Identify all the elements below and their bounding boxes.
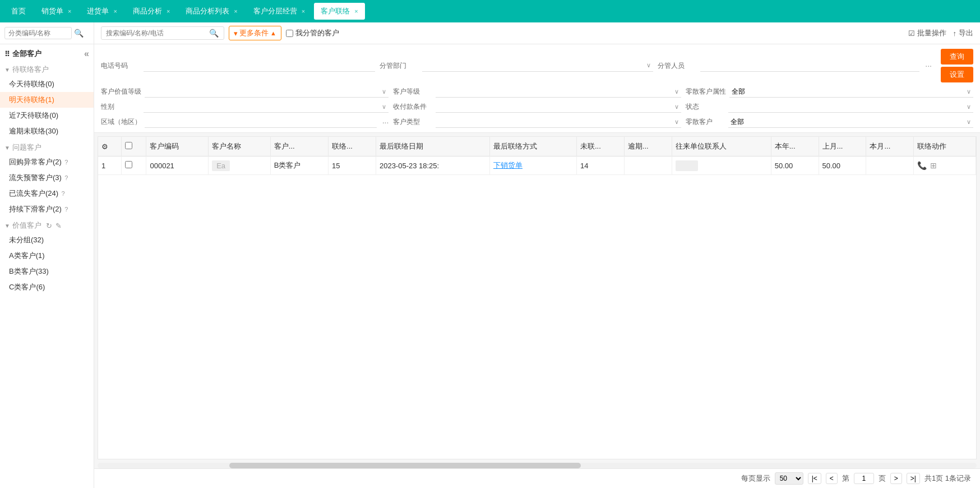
- customer-type-select[interactable]: [438, 118, 672, 126]
- cell-last-contact-method[interactable]: 下销货单: [489, 156, 576, 175]
- prev-page-button[interactable]: <: [826, 473, 838, 484]
- status-label: 状态: [686, 102, 725, 112]
- sidebar-item-class-a[interactable]: A类客户(1): [0, 248, 94, 264]
- col-unit-contact[interactable]: 往来单位联系人: [672, 137, 771, 156]
- grade-select[interactable]: [438, 88, 672, 95]
- next-page-button[interactable]: >: [890, 473, 902, 484]
- more-icon[interactable]: ···: [925, 61, 932, 70]
- top-nav: 首页 销货单 × 进货单 × 商品分析 × 商品分析列表 × 客户分层经营 × …: [0, 0, 980, 22]
- col-last-contact-method[interactable]: 最后联络方式: [489, 137, 576, 156]
- close-icon[interactable]: ×: [234, 8, 237, 15]
- sidebar-item-lost-warning[interactable]: 流失预警客户(3) ?: [0, 170, 94, 186]
- close-icon[interactable]: ×: [113, 8, 117, 15]
- nav-analysis-list[interactable]: 商品分析列表 ×: [179, 3, 244, 20]
- sidebar-item-ungrouped[interactable]: 未分组(32): [0, 232, 94, 248]
- col-type[interactable]: 客户...: [270, 137, 328, 156]
- phone-field: 电话号码: [101, 60, 375, 72]
- sidebar-item-lost[interactable]: 已流失客户(24) ?: [0, 186, 94, 201]
- per-page-select[interactable]: 50 100: [775, 472, 803, 485]
- close-icon[interactable]: ×: [68, 8, 71, 15]
- col-checkbox[interactable]: [122, 137, 146, 156]
- refresh-icon[interactable]: ↻: [46, 222, 52, 230]
- retail-attr-select[interactable]: 全部: [732, 88, 964, 95]
- dept-label: 分管部门: [380, 61, 419, 71]
- close-icon[interactable]: ×: [354, 8, 358, 15]
- more-filter-button[interactable]: ▾ 更多条件 ▲: [229, 26, 281, 40]
- col-name[interactable]: 客户名称: [209, 137, 271, 156]
- phone-action-icon[interactable]: 📞: [917, 161, 927, 170]
- page-unit-label: 页: [879, 473, 886, 484]
- sidebar-item-overdue-contact[interactable]: 逾期未联络(30): [0, 123, 94, 139]
- settings-button[interactable]: 设置: [941, 67, 973, 82]
- value-grade-select[interactable]: [147, 88, 380, 95]
- status-select[interactable]: [731, 103, 964, 111]
- my-customers-checkbox-label[interactable]: 我分管的客户: [286, 28, 339, 38]
- col-overdue[interactable]: 逾期...: [624, 137, 672, 156]
- query-button[interactable]: 查询: [941, 49, 973, 65]
- horizontal-scrollbar[interactable]: [98, 463, 977, 468]
- col-last-month[interactable]: 上月...: [819, 137, 866, 156]
- row-checkbox[interactable]: [125, 161, 132, 168]
- select-all-checkbox[interactable]: [125, 142, 132, 149]
- retail-customer-select[interactable]: 全部: [731, 118, 964, 126]
- col-code[interactable]: 客户编码: [146, 137, 209, 156]
- col-settings[interactable]: ⚙: [98, 137, 122, 156]
- chevron-down-icon: ∨: [382, 88, 386, 95]
- sidebar-search-input[interactable]: [4, 27, 72, 39]
- sidebar-item-declining[interactable]: 持续下滑客户(2) ?: [0, 201, 94, 217]
- all-customers-header: ⠿ 全部客户 «: [0, 44, 94, 61]
- col-this-month[interactable]: 本月...: [866, 137, 914, 156]
- grid-icon: ⠿: [4, 50, 10, 58]
- close-icon[interactable]: ×: [167, 8, 170, 15]
- gender-select[interactable]: [146, 103, 380, 111]
- chevron-down-icon: ∨: [646, 62, 651, 69]
- retail-customer-field: 零散客户 全部 ∨: [686, 116, 973, 128]
- region-input[interactable]: [145, 116, 377, 128]
- grid-action-icon[interactable]: ⊞: [930, 161, 937, 170]
- status-field: 状态 ∨: [686, 101, 973, 113]
- first-page-button[interactable]: |<: [808, 473, 821, 484]
- last-page-button[interactable]: >|: [907, 473, 920, 484]
- more-icon[interactable]: ···: [382, 118, 389, 127]
- chevron-up-icon: ▲: [270, 30, 276, 36]
- search-icon[interactable]: 🔍: [209, 29, 219, 38]
- sidebar-item-week-contact[interactable]: 近7天待联络(0): [0, 108, 94, 123]
- sidebar-item-today-contact[interactable]: 今天待联络(0): [0, 76, 94, 92]
- dept-select[interactable]: [424, 62, 645, 70]
- collapse-icon[interactable]: «: [84, 49, 89, 59]
- scrollbar-thumb[interactable]: [229, 463, 581, 468]
- page-input[interactable]: [854, 473, 874, 484]
- customer-type-field: 客户类型 ∨: [393, 116, 681, 128]
- nav-customer-contact[interactable]: 客户联络 ×: [314, 3, 364, 20]
- phone-input[interactable]: [144, 60, 375, 72]
- main-search-input[interactable]: [106, 29, 207, 37]
- edit-icon[interactable]: ✎: [56, 222, 62, 230]
- cell-checkbox[interactable]: [122, 156, 146, 175]
- export-button[interactable]: ↑ 导出: [953, 28, 974, 38]
- col-last-contact-date[interactable]: 最后联络日期: [376, 137, 489, 156]
- sidebar-item-abnormal[interactable]: 回购异常客户(2) ?: [0, 154, 94, 170]
- cell-index: 1: [98, 156, 122, 175]
- nav-customer-tier[interactable]: 客户分层经营 ×: [247, 3, 312, 20]
- filter-row-3: 性别 ∨ 收付款条件 ∨ 状态: [101, 101, 973, 113]
- nav-analysis[interactable]: 商品分析 ×: [126, 3, 177, 20]
- my-customers-checkbox[interactable]: [286, 30, 293, 37]
- nav-sales[interactable]: 销货单 ×: [35, 3, 78, 20]
- search-icon[interactable]: 🔍: [74, 29, 84, 38]
- chevron-down-icon: ∨: [674, 118, 679, 126]
- payment-select[interactable]: [438, 103, 672, 111]
- sidebar-item-class-b[interactable]: B类客户(33): [0, 264, 94, 279]
- nav-purchase[interactable]: 进货单 ×: [80, 3, 123, 20]
- col-this-year[interactable]: 本年...: [771, 137, 819, 156]
- close-icon[interactable]: ×: [302, 8, 305, 15]
- table-header-row: ⚙ 客户编码 客户名称 客户... 联络...: [98, 137, 976, 156]
- sidebar-item-tomorrow-contact[interactable]: 明天待联络(1): [0, 92, 94, 108]
- manager-input[interactable]: [700, 60, 919, 72]
- batch-button[interactable]: ☑ 批量操作: [908, 28, 946, 38]
- col-not-contact[interactable]: 未联...: [576, 137, 624, 156]
- manager-field: 分管人员 ···: [658, 60, 932, 72]
- col-contact[interactable]: 联络...: [329, 137, 376, 156]
- nav-home[interactable]: 首页: [4, 3, 33, 20]
- sidebar-item-class-c[interactable]: C类客户(6): [0, 279, 94, 295]
- phone-label: 电话号码: [101, 61, 140, 71]
